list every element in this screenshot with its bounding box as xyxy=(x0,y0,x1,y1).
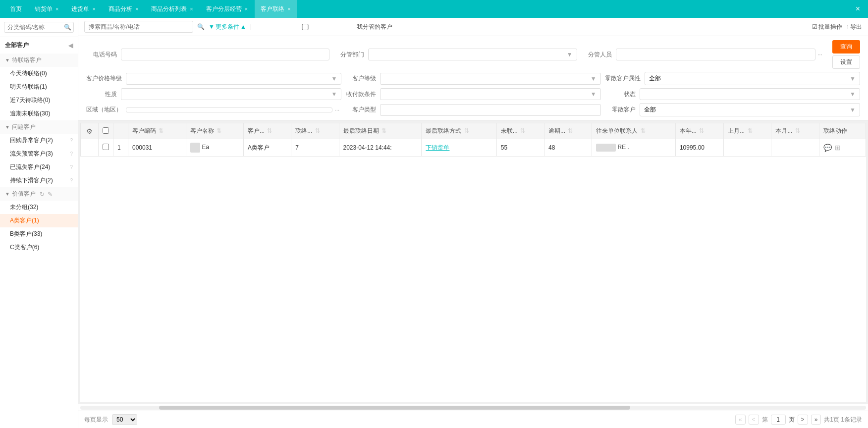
contact-way-link[interactable]: 下销货单 xyxy=(426,144,449,151)
refresh-value-icon[interactable]: ↻ xyxy=(40,191,45,198)
customer-level-select[interactable]: ▼ xyxy=(380,73,600,85)
adv-filter-row-4: 区域（地区） ··· 客户类型 零散客户 全部 ▼ xyxy=(86,103,860,116)
my-customer-checkbox-label[interactable]: 我分管的客户 xyxy=(256,23,392,31)
grid-action-icon[interactable]: ⊞ xyxy=(835,144,841,152)
tab-product-analysis-list[interactable]: 商品分析列表 × xyxy=(145,0,199,18)
td-last-contact-way: 下销货单 xyxy=(422,139,496,157)
td-settings xyxy=(81,139,99,157)
retail-attr-select[interactable]: 全部 ▼ xyxy=(645,72,860,85)
field-payment: 收付款条件 ▼ xyxy=(345,88,600,100)
toolbar-right: ☑ 批量操作 ↑ 导出 xyxy=(812,23,862,31)
td-contact-count: 7 xyxy=(291,139,339,157)
my-customer-checkbox[interactable] xyxy=(256,24,355,30)
export-btn[interactable]: ↑ 导出 xyxy=(846,23,862,31)
page-size-label: 每页显示 xyxy=(84,416,108,424)
tab-customer-segment[interactable]: 客户分层经营 × xyxy=(200,0,254,18)
tab-home[interactable]: 首页 xyxy=(4,0,28,18)
tab-customer-contact[interactable]: 客户联络 × xyxy=(255,0,296,18)
nature-select[interactable]: ▼ xyxy=(121,88,341,100)
last-page-btn[interactable]: » xyxy=(811,415,821,425)
help-declining-icon[interactable]: ? xyxy=(70,178,73,183)
sidebar-item-class-c[interactable]: C类客户(6) xyxy=(0,241,78,254)
close-all-tabs-icon[interactable]: × xyxy=(852,2,864,15)
close-sales-order-icon[interactable]: × xyxy=(55,6,58,12)
td-no-contact: 55 xyxy=(496,139,544,157)
help-loss-warning-icon[interactable]: ? xyxy=(70,151,73,157)
status-arrow: ▼ xyxy=(850,91,856,98)
manager-input[interactable] xyxy=(616,49,815,60)
page-input[interactable] xyxy=(771,415,786,425)
horizontal-scrollbar[interactable] xyxy=(78,404,868,411)
phone-input[interactable] xyxy=(121,49,329,60)
sidebar-search-icon[interactable]: 🔍 xyxy=(64,24,71,31)
price-level-arrow: ▼ xyxy=(331,75,337,82)
adv-filter-row-3: 性质 ▼ 收付款条件 ▼ 状态 xyxy=(86,88,860,100)
price-level-select[interactable]: ▼ xyxy=(126,73,341,85)
prev-page-btn[interactable]: < xyxy=(749,415,759,425)
tab-sales-order[interactable]: 销货单 × xyxy=(29,0,64,18)
section-problem-customer[interactable]: ▼ 问题客户 xyxy=(0,120,78,134)
sidebar-item-overdue-pending[interactable]: 逾期未联络(30) xyxy=(0,107,78,120)
table-settings-icon[interactable]: ⚙ xyxy=(86,127,93,135)
query-button[interactable]: 查询 xyxy=(832,40,860,54)
settings-button[interactable]: 设置 xyxy=(832,55,860,69)
help-lost-icon[interactable]: ? xyxy=(70,164,73,170)
sidebar-all-customers[interactable]: 全部客户 ◀ xyxy=(0,37,78,54)
dept-select[interactable]: ▼ xyxy=(368,49,577,60)
action-buttons: 查询 设置 xyxy=(832,40,860,69)
th-unit-contact: 往来单位联系人 ⇅ xyxy=(592,123,676,139)
sidebar-collapse-icon[interactable]: ◀ xyxy=(68,42,73,49)
sidebar-item-loss-warning[interactable]: 流失预警客户(3) ? xyxy=(0,147,78,160)
sidebar-item-unclassified[interactable]: 未分组(32) xyxy=(0,201,78,214)
sidebar-item-class-a[interactable]: A类客户(1) xyxy=(0,214,78,227)
td-last-contact-date: 2023-04-12 14:44: xyxy=(339,139,422,157)
th-this-year: 本年... ⇅ xyxy=(675,123,723,139)
close-customer-contact-icon[interactable]: × xyxy=(287,6,290,12)
close-purchase-order-icon[interactable]: × xyxy=(92,6,95,12)
field-status: 状态 ▼ xyxy=(605,88,860,100)
chat-action-icon[interactable]: 💬 xyxy=(823,144,832,152)
sidebar-item-today-pending[interactable]: 今天待联络(0) xyxy=(0,67,78,80)
sidebar-search-input[interactable] xyxy=(4,22,74,33)
next-page-btn[interactable]: > xyxy=(798,415,808,425)
manager-dots[interactable]: ··· xyxy=(815,51,824,58)
row-checkbox[interactable] xyxy=(103,144,109,150)
th-last-month: 上月... ⇅ xyxy=(724,123,771,139)
adv-filter-panel: 电话号码 分管部门 ▼ 分管人员 ··· 查询 设置 xyxy=(78,36,868,121)
customer-type-input[interactable] xyxy=(380,104,600,116)
more-filter-btn[interactable]: ▼ 更多条件 ▲ xyxy=(209,23,246,31)
td-checkbox xyxy=(99,139,113,157)
th-settings: ⚙ xyxy=(81,123,99,139)
section-pending-contact[interactable]: ▼ 待联络客户 xyxy=(0,54,78,67)
page-size-select[interactable]: 50 10 20 100 xyxy=(112,414,137,425)
sidebar-item-repurchase-abnormal[interactable]: 回购异常客户(2) ? xyxy=(0,134,78,147)
filter-search-icon[interactable]: 🔍 xyxy=(197,23,205,30)
th-checkbox xyxy=(99,123,113,139)
section-value-customer[interactable]: ▼ 价值客户 ↻ ✎ xyxy=(0,187,78,201)
first-page-btn[interactable]: « xyxy=(735,415,746,425)
search-input[interactable] xyxy=(84,21,193,33)
td-this-year: 10995.00 xyxy=(675,139,723,157)
retail-customer-select[interactable]: 全部 ▼ xyxy=(640,103,860,116)
status-select[interactable]: ▼ xyxy=(640,88,860,100)
sidebar-item-tomorrow-pending[interactable]: 明天待联络(1) xyxy=(0,80,78,94)
edit-value-icon[interactable]: ✎ xyxy=(48,191,53,198)
region-dots[interactable]: ··· xyxy=(332,107,341,113)
tab-product-analysis[interactable]: 商品分析 × xyxy=(103,0,144,18)
sidebar: 🔍 全部客户 ◀ ▼ 待联络客户 今天待联络(0) 明天待联络(1) 近7天待联… xyxy=(0,18,78,428)
dept-select-arrow: ▼ xyxy=(567,51,573,58)
sidebar-item-7days-pending[interactable]: 近7天待联络(0) xyxy=(0,94,78,107)
sidebar-item-lost[interactable]: 已流失客户(24) ? xyxy=(0,160,78,174)
batch-op-btn[interactable]: ☑ 批量操作 xyxy=(812,23,842,31)
sidebar-item-declining[interactable]: 持续下滑客户(2) ? xyxy=(0,174,78,187)
tab-purchase-order[interactable]: 进货单 × xyxy=(65,0,101,18)
close-product-analysis-list-icon[interactable]: × xyxy=(190,6,193,12)
close-product-analysis-icon[interactable]: × xyxy=(135,6,138,12)
sidebar-item-class-b[interactable]: B类客户(33) xyxy=(0,227,78,241)
payment-select[interactable]: ▼ xyxy=(380,88,600,100)
td-overdue: 48 xyxy=(544,139,592,157)
region-select[interactable] xyxy=(126,107,332,112)
select-all-checkbox[interactable] xyxy=(103,127,109,134)
help-repurchase-icon[interactable]: ? xyxy=(70,138,73,143)
close-customer-segment-icon[interactable]: × xyxy=(245,6,248,12)
